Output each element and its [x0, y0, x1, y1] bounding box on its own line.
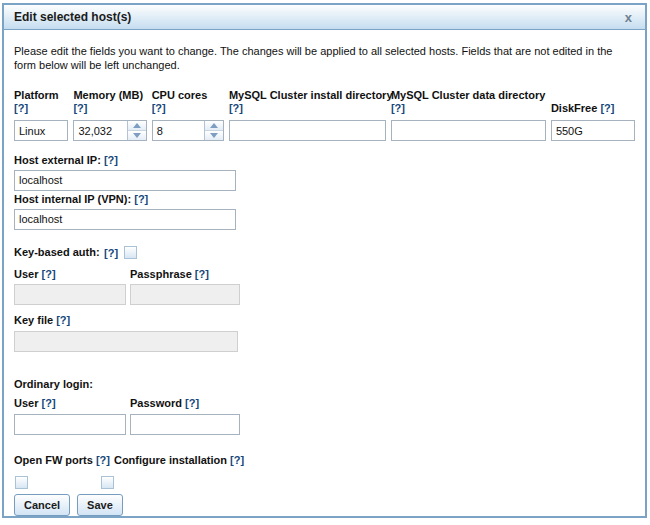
configure-install-checkbox[interactable] — [101, 476, 114, 489]
cpu-spin-up-button[interactable] — [205, 121, 223, 130]
intro-text: Please edit the fields you want to chang… — [14, 44, 635, 73]
diskfree-input[interactable] — [551, 120, 635, 141]
open-fw-help-link[interactable]: [?] — [96, 454, 110, 466]
key-auth-credentials-row: User [?] Passphrase [?] — [14, 268, 635, 306]
key-file-label: Key file [?] — [14, 314, 238, 328]
login-user-help-link[interactable]: [?] — [42, 397, 56, 409]
arrow-down-icon — [210, 133, 218, 138]
install-dir-field: MySQL Cluster install directory [?] — [229, 89, 386, 142]
memory-help-link[interactable]: [?] — [73, 102, 87, 114]
open-fw-checkbox[interactable] — [15, 476, 28, 489]
memory-input[interactable] — [74, 121, 126, 140]
password-field: Password [?] — [130, 397, 240, 435]
configure-install-label: Configure installation [?] — [114, 454, 244, 468]
options-labels-row: Open FW ports [?] Configure installation… — [14, 454, 635, 468]
key-auth-checkbox[interactable] — [124, 246, 137, 259]
arrow-up-icon — [210, 123, 218, 128]
cpu-cores-help-link[interactable]: [?] — [152, 102, 166, 114]
cpu-cores-label: CPU cores [?] — [152, 89, 224, 117]
configure-install-help-link[interactable]: [?] — [230, 454, 244, 466]
password-label: Password [?] — [130, 397, 240, 411]
memory-field: Memory (MB) [?] — [73, 89, 146, 142]
cpu-spin-down-button[interactable] — [205, 130, 223, 140]
external-ip-input[interactable] — [14, 170, 236, 191]
external-ip-label: Host external IP: [?] — [14, 154, 635, 168]
passphrase-help-link[interactable]: [?] — [195, 268, 209, 280]
host-attributes-row: Platform [?] Memory (MB) [?] — [14, 89, 635, 142]
cpu-cores-spinner — [152, 120, 224, 141]
data-dir-field: MySQL Cluster data directory [?] — [391, 89, 546, 142]
ordinary-login-row: User [?] Password [?] — [14, 397, 635, 435]
key-auth-row: Key-based auth: [?] — [14, 244, 635, 262]
edit-hosts-dialog: Edit selected host(s) x Please edit the … — [2, 3, 647, 518]
dialog-buttons: Cancel Save — [14, 494, 635, 516]
passphrase-input — [130, 284, 240, 305]
login-user-input[interactable] — [14, 414, 126, 435]
internal-ip-input[interactable] — [14, 209, 236, 230]
platform-label: Platform [?] — [14, 89, 68, 117]
dialog-content: Please edit the fields you want to chang… — [4, 30, 645, 516]
data-dir-help-link[interactable]: [?] — [391, 102, 405, 114]
diskfree-field: DiskFree [?] — [551, 102, 635, 141]
key-file-input — [14, 331, 238, 352]
cpu-cores-input[interactable] — [153, 121, 204, 140]
passphrase-label: Passphrase [?] — [130, 268, 240, 282]
password-help-link[interactable]: [?] — [185, 397, 199, 409]
memory-label: Memory (MB) [?] — [73, 89, 146, 117]
key-user-field: User [?] — [14, 268, 126, 306]
memory-spin-up-button[interactable] — [128, 121, 146, 130]
dialog-titlebar[interactable]: Edit selected host(s) x — [4, 5, 645, 30]
platform-field: Platform [?] — [14, 89, 68, 142]
memory-spin-down-button[interactable] — [128, 130, 146, 140]
login-user-field: User [?] — [14, 397, 126, 435]
login-user-label: User [?] — [14, 397, 126, 411]
install-dir-label: MySQL Cluster install directory [?] — [229, 89, 405, 117]
diskfree-label: DiskFree [?] — [551, 102, 635, 116]
memory-spinner-buttons — [127, 121, 146, 140]
cancel-button[interactable]: Cancel — [14, 494, 70, 516]
passphrase-field: Passphrase [?] — [130, 268, 240, 306]
ordinary-login-label: Ordinary login: — [14, 378, 635, 392]
internal-ip-help-link[interactable]: [?] — [134, 193, 148, 205]
internal-ip-label: Host internal IP (VPN): [?] — [14, 193, 635, 207]
password-input[interactable] — [130, 414, 240, 435]
arrow-up-icon — [133, 123, 141, 128]
platform-help-link[interactable]: [?] — [14, 102, 28, 114]
key-user-input — [14, 284, 126, 305]
external-ip-help-link[interactable]: [?] — [104, 154, 118, 166]
diskfree-help-link[interactable]: [?] — [600, 102, 614, 114]
install-dir-help-link[interactable]: [?] — [229, 102, 243, 114]
key-user-help-link[interactable]: [?] — [42, 268, 56, 280]
dialog-title: Edit selected host(s) — [14, 10, 131, 24]
cpu-spinner-buttons — [204, 121, 223, 140]
ip-section: Host external IP: [?] Host internal IP (… — [14, 154, 635, 232]
data-dir-label: MySQL Cluster data directory [?] — [391, 89, 553, 117]
arrow-down-icon — [133, 133, 141, 138]
platform-input[interactable] — [14, 120, 68, 141]
key-auth-help-link[interactable]: [?] — [104, 247, 118, 259]
save-button[interactable]: Save — [77, 494, 123, 516]
options-checkbox-row — [14, 472, 635, 486]
install-dir-input[interactable] — [229, 120, 386, 141]
key-file-field: Key file [?] — [14, 314, 238, 352]
close-icon[interactable]: x — [622, 11, 635, 24]
key-auth-label: Key-based auth: — [14, 246, 100, 260]
key-file-help-link[interactable]: [?] — [56, 314, 70, 326]
memory-spinner — [73, 120, 146, 141]
key-user-label: User [?] — [14, 268, 126, 282]
data-dir-input[interactable] — [391, 120, 546, 141]
open-fw-label: Open FW ports [?] — [14, 454, 110, 468]
cpu-cores-field: CPU cores [?] — [152, 89, 224, 142]
